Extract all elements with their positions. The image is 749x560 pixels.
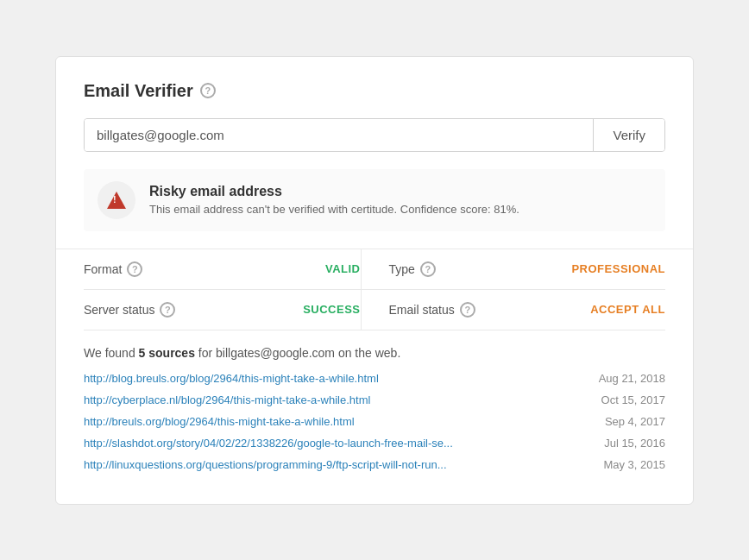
- source-item: http://breuls.org/blog/2964/this-might-t…: [84, 415, 665, 428]
- source-link[interactable]: http://blog.breuls.org/blog/2964/this-mi…: [84, 372, 587, 385]
- title-help-icon[interactable]: ?: [200, 83, 216, 98]
- sources-intro: We found 5 sources for billgates@google.…: [84, 346, 665, 360]
- card-header: Email Verifier ?: [84, 81, 665, 101]
- source-date: Oct 15, 2017: [601, 393, 665, 406]
- server-status-stat: Server status ? SUCCESS: [84, 290, 361, 330]
- source-date: Sep 4, 2017: [605, 415, 665, 428]
- source-date: Aug 21, 2018: [599, 372, 665, 385]
- source-item: http://linuxquestions.org/questions/prog…: [84, 458, 665, 471]
- source-date: Jul 15, 2016: [604, 437, 665, 450]
- type-value: PROFESSIONAL: [571, 262, 665, 275]
- format-help-icon[interactable]: ?: [127, 261, 142, 277]
- server-status-value: SUCCESS: [303, 303, 360, 316]
- type-help-icon[interactable]: ?: [420, 261, 436, 277]
- type-label: Type: [389, 262, 415, 276]
- alert-description: This email address can't be verified wit…: [149, 203, 519, 216]
- format-label: Format: [84, 262, 122, 276]
- card-title: Email Verifier: [84, 81, 193, 101]
- email-verifier-card: Email Verifier ? Verify Risky email addr…: [55, 56, 694, 505]
- source-item: http://blog.breuls.org/blog/2964/this-mi…: [84, 372, 665, 385]
- server-email-row: Server status ? SUCCESS Email status ? A…: [84, 290, 665, 330]
- source-item: http://slashdot.org/story/04/02/22/13382…: [84, 437, 665, 450]
- source-link[interactable]: http://breuls.org/blog/2964/this-might-t…: [84, 415, 593, 428]
- email-input-row: Verify: [84, 118, 665, 152]
- email-status-stat: Email status ? ACCEPT ALL: [361, 290, 666, 330]
- email-input[interactable]: [85, 119, 593, 151]
- sources-list: http://blog.breuls.org/blog/2964/this-mi…: [84, 372, 665, 471]
- alert-title: Risky email address: [149, 184, 519, 199]
- email-status-label: Email status: [389, 303, 455, 317]
- alert-icon-wrap: [98, 181, 135, 219]
- format-value: VALID: [325, 262, 361, 275]
- server-status-label: Server status: [84, 303, 154, 317]
- sources-count: 5 sources: [139, 346, 195, 360]
- sources-section: We found 5 sources for billgates@google.…: [84, 330, 665, 471]
- alert-box: Risky email address This email address c…: [84, 169, 665, 231]
- alert-text: Risky email address This email address c…: [149, 184, 519, 216]
- source-link[interactable]: http://linuxquestions.org/questions/prog…: [84, 458, 591, 471]
- source-date: May 3, 2015: [603, 458, 665, 471]
- verify-button[interactable]: Verify: [593, 119, 664, 151]
- server-status-help-icon[interactable]: ?: [160, 302, 175, 318]
- source-link[interactable]: http://cyberplace.nl/blog/2964/this-migh…: [84, 393, 589, 406]
- source-item: http://cyberplace.nl/blog/2964/this-migh…: [84, 393, 665, 406]
- format-stat: Format ? VALID: [84, 249, 361, 289]
- email-status-value: ACCEPT ALL: [590, 303, 665, 316]
- type-stat: Type ? PROFESSIONAL: [361, 249, 666, 289]
- warning-icon: [107, 192, 126, 209]
- email-status-help-icon[interactable]: ?: [460, 302, 475, 318]
- format-type-row: Format ? VALID Type ? PROFESSIONAL: [84, 249, 665, 290]
- source-link[interactable]: http://slashdot.org/story/04/02/22/13382…: [84, 437, 592, 450]
